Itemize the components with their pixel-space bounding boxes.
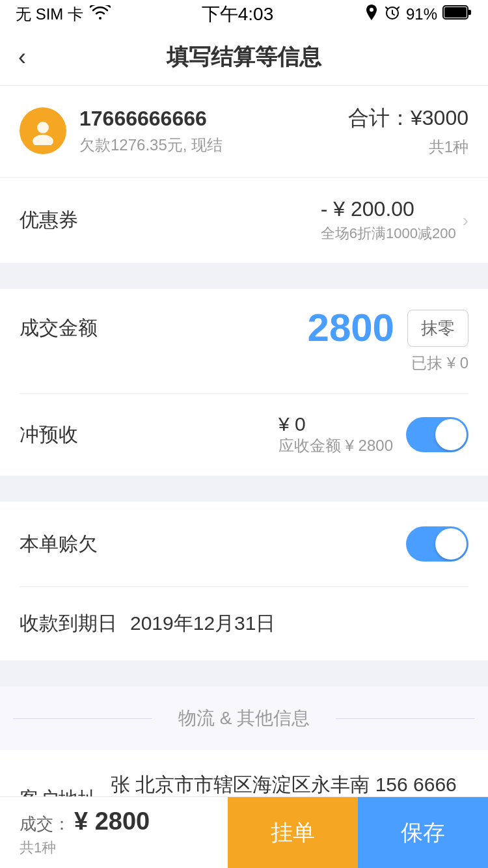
coupon-discount: - ¥ 200.00 [321,197,456,221]
deal-sub-row: 已抹 ¥ 0 [0,347,488,393]
sim-text: 无 SIM 卡 [16,4,83,25]
bottom-bar: 成交： ¥ 2800 共1种 挂单 保存 [0,796,488,868]
total-amount: 合计：¥3000 [348,104,468,133]
round-button[interactable]: 抹零 [407,310,468,347]
debit-label: 本单赊欠 [20,531,98,558]
bottom-deal-row: 成交： ¥ 2800 [20,807,208,835]
svg-rect-3 [468,10,471,15]
bottom-deal-label: 成交： [20,813,70,835]
logistics-line-right [336,718,475,719]
bottom-count: 共1种 [20,838,208,858]
customer-phone: 17666666666 [79,107,223,131]
due-date-label: 收款到期日 [20,610,117,637]
status-left: 无 SIM 卡 [16,4,111,25]
battery-icon [442,5,472,24]
deal-row: 成交金额 2800 抹零 [0,289,488,347]
wifi-icon [90,5,111,23]
prepay-label: 冲预收 [20,422,78,448]
bottom-left: 成交： ¥ 2800 共1种 [0,807,228,858]
logistics-title: 物流 & 其他信息 [178,706,310,731]
deal-label: 成交金额 [20,315,98,342]
location-icon [364,4,379,25]
prepay-amount: ¥ 0 [278,413,393,435]
nav-bar: ‹ 填写结算等信息 [0,29,488,86]
status-bar: 无 SIM 卡 下午4:03 91% [0,0,488,29]
battery-percent: 91% [406,5,437,23]
prepay-toggle-area: ¥ 0 应收金额 ¥ 2800 [278,413,468,456]
toggle-knob [435,419,467,450]
svg-point-6 [33,135,53,145]
total-count: 共1种 [348,137,468,157]
debit-toggle[interactable] [406,526,468,562]
page-title: 填写结算等信息 [167,42,321,72]
svg-point-5 [37,122,49,133]
debit-section: 本单赊欠 收款到期日 2019年12月31日 [0,502,488,660]
customer-right: 合计：¥3000 共1种 [348,104,468,157]
due-date-row: 收款到期日 2019年12月31日 [0,587,488,660]
customer-card: 17666666666 欠款1276.35元, 现结 合计：¥3000 共1种 … [0,86,488,263]
svg-point-0 [370,8,373,12]
coupon-label: 优惠券 [20,207,78,234]
logistics-header: 物流 & 其他信息 [0,686,488,750]
back-button[interactable]: ‹ [18,44,26,71]
save-button[interactable]: 保存 [358,797,488,869]
coupon-desc: 全场6折满1000减200 [321,224,456,243]
deal-section: 成交金额 2800 抹零 已抹 ¥ 0 冲预收 ¥ 0 应收金额 ¥ 2800 [0,289,488,476]
coupon-right: - ¥ 200.00 全场6折满1000减200 › [321,197,468,243]
debit-row: 本单赊欠 [0,502,488,586]
prepay-row: 冲预收 ¥ 0 应收金额 ¥ 2800 [0,394,488,476]
section-divider-3 [0,673,488,686]
deal-amount-value: 2800 [308,308,394,347]
coupon-row[interactable]: 优惠券 - ¥ 200.00 全场6折满1000减200 › [0,177,488,263]
due-date-value: 2019年12月31日 [130,610,275,637]
prepay-sub: 应收金额 ¥ 2800 [278,435,393,456]
coupon-arrow-icon: › [463,210,468,231]
alarm-icon [384,4,401,25]
prepay-toggle[interactable] [406,417,468,452]
customer-row: 17666666666 欠款1276.35元, 现结 合计：¥3000 共1种 [0,86,488,176]
svg-rect-4 [444,7,467,18]
avatar [20,107,66,154]
customer-left: 17666666666 欠款1276.35元, 现结 [20,107,223,156]
section-divider-2 [0,489,488,502]
hang-button[interactable]: 挂单 [228,797,358,869]
status-time: 下午4:03 [202,2,274,27]
bottom-deal-amount: ¥ 2800 [74,807,150,835]
debit-toggle-knob [435,528,467,560]
content: 17666666666 欠款1276.35元, 现结 合计：¥3000 共1种 … [0,86,488,868]
customer-info: 17666666666 欠款1276.35元, 现结 [79,107,223,156]
deal-sub-text: 已抹 ¥ 0 [411,353,468,373]
deal-right: 2800 抹零 [308,308,468,347]
customer-sub-info: 欠款1276.35元, 现结 [79,135,223,156]
status-right: 91% [364,4,472,25]
logistics-line-left [13,718,152,719]
section-divider-1 [0,276,488,289]
